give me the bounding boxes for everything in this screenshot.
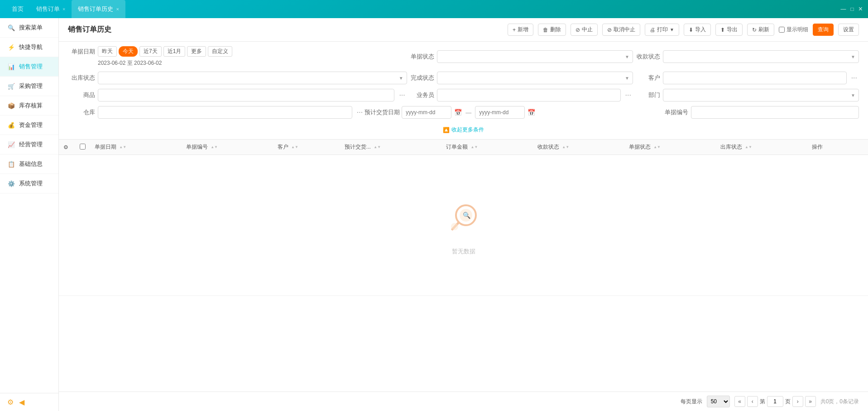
stop-button[interactable]: ⊘ 中止 (571, 24, 598, 36)
collapse-icon: 🔼 (443, 127, 450, 133)
page-title-row: 销售订单历史 + 新增 🗑 删除 ⊘ 中止 ⊘ (68, 24, 859, 36)
first-page-btn[interactable]: « (734, 396, 745, 407)
query-button[interactable]: 查询 (813, 24, 834, 36)
th-delivery-sort[interactable]: ▲▼ (374, 145, 381, 149)
th-customer-sort[interactable]: ▲▼ (291, 145, 298, 149)
th-amount-sort[interactable]: ▲▼ (470, 145, 478, 149)
delete-button[interactable]: 🗑 删除 (538, 24, 566, 36)
sidebar-settings-icon[interactable]: ⚙ (7, 398, 14, 406)
last-page-btn[interactable]: » (805, 396, 816, 407)
customer-input[interactable] (663, 72, 847, 84)
new-button[interactable]: + 新增 (508, 24, 533, 36)
date-range-text: 2023-06-02 至 2023-06-02 (98, 59, 162, 67)
page-header: 销售订单历史 + 新增 🗑 删除 ⊘ 中止 ⊘ (59, 18, 868, 42)
th-number-sort[interactable]: ▲▼ (211, 145, 218, 149)
sidebar-item-search-menu[interactable]: 🔍 搜索菜单 (0, 18, 58, 38)
date-tag-yesterday[interactable]: 昨天 (98, 46, 117, 57)
sidebar-item-sales-mgmt[interactable]: 📊 销售管理 (0, 57, 58, 77)
delivery-date-start[interactable] (402, 106, 451, 119)
delete-label: 删除 (550, 26, 561, 34)
date-tag-custom[interactable]: 自定义 (208, 46, 232, 57)
filter-product: 商品 ··· (68, 89, 407, 102)
sidebar-collapse-icon[interactable]: ◀ (19, 398, 24, 406)
export-button[interactable]: ⬆ 导出 (715, 24, 743, 36)
payment-status-select[interactable] (663, 50, 859, 63)
search-menu-icon: 🔍 (7, 24, 15, 32)
delivery-date-label: 预计交货日期 (364, 108, 400, 116)
th-number-label: 单据编号 (186, 144, 208, 150)
svg-text:🔍: 🔍 (463, 212, 471, 219)
delivery-date-start-calendar-icon[interactable]: 📅 (454, 109, 462, 116)
warehouse-dots[interactable]: ··· (355, 108, 364, 116)
window-close-btn[interactable]: × (858, 5, 863, 13)
th-stock-out-status-sort[interactable]: ▲▼ (745, 145, 752, 149)
th-payment-status-label: 收款状态 (537, 144, 559, 150)
filter-delivery-date: 预计交货日期 📅 — 📅 (364, 106, 661, 119)
cancel-stop-icon: ⊘ (607, 27, 612, 33)
import-button[interactable]: ⬇ 导入 (684, 24, 711, 36)
sidebar: 🔍 搜索菜单 ⚡ 快捷导航 📊 销售管理 🛒 采购管理 📦 库存核算 💰 资金管… (0, 18, 59, 411)
content-area: 销售订单历史 + 新增 🗑 删除 ⊘ 中止 ⊘ (59, 18, 868, 411)
pagination-buttons: « ‹ 第 页 › » (734, 396, 816, 407)
per-page-select[interactable]: 50 10 20 100 (707, 396, 730, 407)
base-info-icon: 📋 (7, 160, 15, 168)
tab-sales-order-close[interactable]: × (62, 6, 65, 12)
th-date-label: 单据日期 (95, 144, 116, 150)
tab-sales-order-label: 销售订单 (36, 5, 60, 13)
th-payment-status-sort[interactable]: ▲▼ (562, 145, 569, 149)
complete-status-select[interactable] (437, 72, 633, 84)
date-tag-1month[interactable]: 近1月 (163, 46, 186, 57)
show-detail-checkbox[interactable] (779, 27, 785, 33)
query-label: 查询 (818, 26, 829, 34)
product-input[interactable] (98, 89, 394, 102)
table-head: ⚙ 单据日期 ▲▼ 单据编号 ▲▼ (59, 140, 868, 155)
date-tag-7days[interactable]: 近7天 (139, 46, 162, 57)
sidebar-item-base-info[interactable]: 📋 基础信息 (0, 155, 58, 174)
tab-sales-order[interactable]: 销售订单 × (30, 0, 72, 18)
stock-out-select[interactable] (98, 72, 407, 84)
settings-gear-icon[interactable]: ⚙ (63, 144, 68, 150)
prev-page-btn[interactable]: ‹ (747, 396, 758, 407)
print-button[interactable]: 🖨 打印 ▼ (645, 24, 679, 36)
tab-sales-order-history-close[interactable]: × (116, 6, 119, 12)
department-select[interactable] (663, 89, 859, 102)
delivery-date-end-calendar-icon[interactable]: 📅 (528, 109, 535, 116)
collapse-button[interactable]: 🔼 收起更多条件 (68, 123, 859, 135)
sidebar-label-search-menu: 搜索菜单 (19, 24, 43, 32)
sidebar-item-inventory[interactable]: 📦 库存核算 (0, 96, 58, 116)
product-label: 商品 (68, 91, 95, 99)
sidebar-item-system[interactable]: ⚙️ 系统管理 (0, 174, 58, 193)
sales-mgmt-icon: 📊 (7, 63, 15, 71)
sidebar-label-quick-nav: 快捷导航 (19, 43, 43, 51)
order-number-input[interactable] (691, 106, 859, 119)
sidebar-label-finance: 资金管理 (19, 121, 43, 129)
product-dots[interactable]: ··· (397, 91, 407, 99)
stock-out-label: 出库状态 (68, 74, 95, 82)
next-page-btn[interactable]: › (792, 396, 803, 407)
select-all-checkbox[interactable] (80, 144, 86, 150)
refresh-button[interactable]: ↻ 刷新 (747, 24, 774, 36)
sidebar-item-operations[interactable]: 📈 经营管理 (0, 135, 58, 155)
date-tag-today[interactable]: 今天 (119, 46, 138, 57)
cancel-stop-button[interactable]: ⊘ 取消中止 (602, 24, 640, 36)
th-date-sort[interactable]: ▲▼ (119, 145, 126, 149)
customer-dots[interactable]: ··· (849, 74, 859, 82)
filter-date: 单据日期 昨天 今天 近7天 近1月 更多 自定义 2023-06-02 至 2… (68, 46, 407, 67)
th-order-status-sort[interactable]: ▲▼ (653, 145, 661, 149)
sidebar-item-quick-nav[interactable]: ⚡ 快捷导航 (0, 38, 58, 57)
settings-button[interactable]: 设置 (838, 24, 859, 36)
window-maximize-btn[interactable]: □ (850, 6, 854, 12)
sidebar-item-purchase-mgmt[interactable]: 🛒 采购管理 (0, 77, 58, 96)
tab-home[interactable]: 首页 (5, 0, 30, 18)
tab-sales-order-history[interactable]: 销售订单历史 × (72, 0, 125, 18)
date-tag-more[interactable]: 更多 (187, 46, 206, 57)
salesperson-input[interactable] (437, 89, 621, 102)
page-number-input[interactable] (767, 396, 783, 407)
salesperson-label: 业务员 (407, 91, 434, 99)
salesperson-dots[interactable]: ··· (623, 91, 633, 99)
order-status-select[interactable] (437, 50, 633, 63)
window-minimize-btn[interactable]: — (840, 6, 846, 12)
sidebar-item-finance[interactable]: 💰 资金管理 (0, 116, 58, 135)
delivery-date-end[interactable] (475, 106, 525, 119)
warehouse-input[interactable] (98, 106, 352, 119)
